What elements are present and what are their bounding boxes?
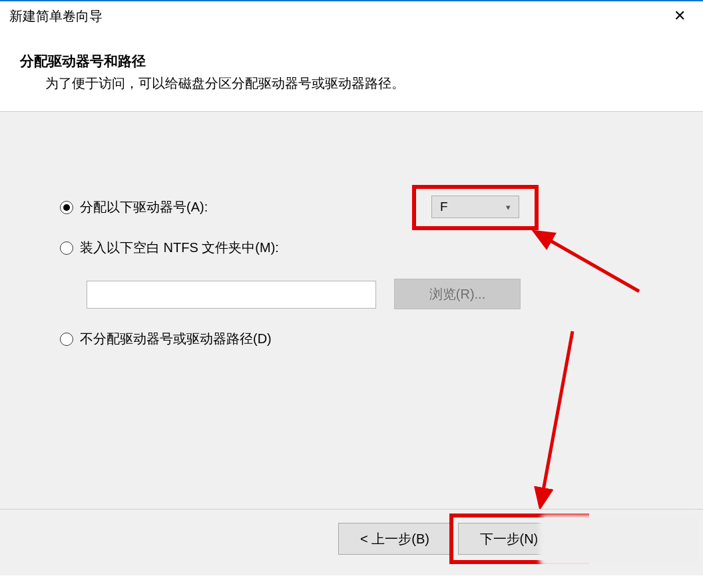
titlebar: 新建简单卷向导 ✕ (0, 1, 703, 31)
annotation-arrow-1 (526, 225, 652, 305)
wizard-body: 分配以下驱动器号(A): F ▾ 装入以下空白 NTFS 文件夹中(M): 浏览… (0, 112, 703, 509)
radio-no-assign[interactable] (60, 333, 73, 346)
svg-line-1 (543, 331, 573, 494)
window-title: 新建简单卷向导 (9, 7, 103, 25)
option-mount-ntfs[interactable]: 装入以下空白 NTFS 文件夹中(M): (60, 239, 650, 257)
browse-button: 浏览(R)... (394, 279, 521, 309)
back-button[interactable]: < 上一步(B) (338, 523, 451, 555)
drive-letter-value: F (440, 200, 448, 214)
wizard-header: 分配驱动器号和路径 为了便于访问，可以给磁盘分区分配驱动器号或驱动器路径。 (0, 31, 703, 112)
annotation-arrow-2 (513, 325, 592, 511)
close-icon[interactable]: ✕ (668, 5, 691, 27)
ntfs-path-input (87, 281, 376, 309)
chevron-down-icon: ▾ (506, 202, 511, 212)
radio-mount-ntfs[interactable] (60, 241, 73, 255)
drive-letter-dropdown[interactable]: F ▾ (431, 196, 519, 218)
page-subheading: 为了便于访问，可以给磁盘分区分配驱动器号或驱动器路径。 (20, 74, 683, 92)
option-assign-letter[interactable]: 分配以下驱动器号(A): (60, 198, 650, 216)
assign-letter-label: 分配以下驱动器号(A): (80, 198, 208, 216)
option-no-assign[interactable]: 不分配驱动器号或驱动器路径(D) (60, 330, 650, 348)
radio-assign-letter[interactable] (60, 201, 73, 214)
browse-button-label: 浏览(R)... (429, 285, 485, 303)
mount-ntfs-label: 装入以下空白 NTFS 文件夹中(M): (80, 239, 279, 257)
back-button-label: < 上一步(B) (360, 530, 429, 548)
no-assign-label: 不分配驱动器号或驱动器路径(D) (80, 330, 272, 348)
annotation-blur-patch (539, 515, 699, 567)
page-heading: 分配驱动器号和路径 (20, 52, 683, 71)
wizard-footer: < 上一步(B) 下一步(N) > 取消 (0, 509, 703, 575)
